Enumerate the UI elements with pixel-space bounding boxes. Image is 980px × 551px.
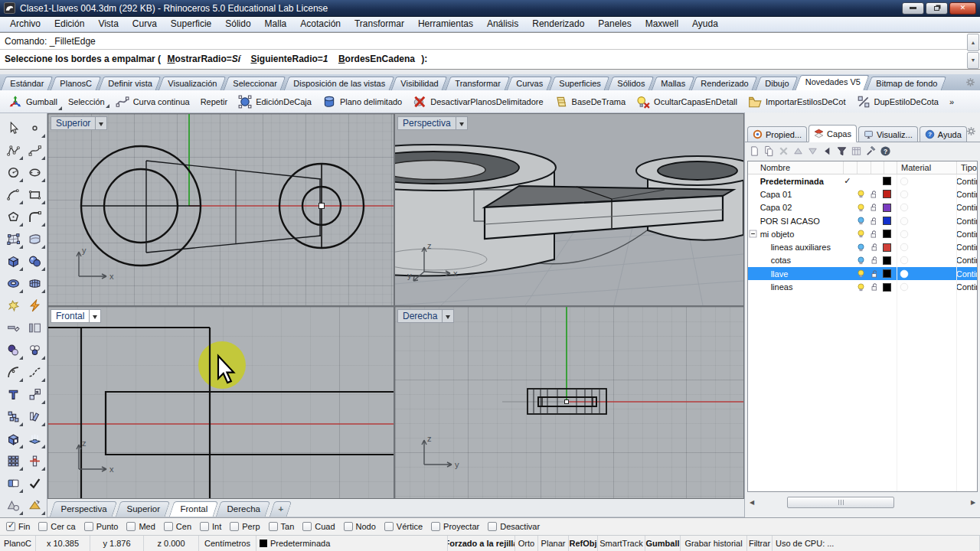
- layer-linetype[interactable]: Continua: [952, 203, 977, 212]
- checkbox-punto[interactable]: [84, 522, 93, 531]
- lock-open-icon[interactable]: [867, 256, 880, 265]
- viewport-perspectiva[interactable]: z x y Perspectiva: [395, 114, 743, 305]
- column-header-nombre[interactable]: Nombre: [760, 163, 790, 172]
- checkbox-nodo[interactable]: [344, 522, 353, 531]
- menu-item-paneles[interactable]: Paneles: [591, 17, 638, 31]
- layer-material[interactable]: [893, 176, 951, 187]
- toolbar-tab-planosc[interactable]: PlanosC: [51, 77, 101, 90]
- filter-button[interactable]: [836, 145, 848, 157]
- status-gumball[interactable]: Gumball: [645, 536, 681, 551]
- checkbox-med[interactable]: [126, 522, 136, 531]
- explode-button[interactable]: [2, 295, 24, 316]
- blast-button[interactable]: [24, 295, 46, 316]
- repetir-button[interactable]: Repetir: [195, 95, 233, 109]
- layer-off-bulb-icon[interactable]: [854, 243, 868, 253]
- panel-horizontal-scrollbar[interactable]: ◀ ▶: [747, 496, 978, 509]
- layer-on-bulb-icon[interactable]: [854, 282, 868, 292]
- osnap-cer-ca[interactable]: Cer ca: [38, 522, 75, 531]
- toolbar-tab-visibilidad[interactable]: Visibilidad: [391, 77, 448, 90]
- scroll-left-icon[interactable]: ◀: [747, 499, 756, 506]
- curva-continua-button[interactable]: Curva continua: [110, 93, 195, 111]
- copy-array-button[interactable]: [2, 406, 24, 427]
- checkbox-vertice[interactable]: [384, 522, 394, 531]
- command-scrollbar[interactable]: ▲ ▼: [967, 34, 979, 69]
- viewport-title-derecha[interactable]: Derecha: [397, 309, 454, 323]
- layer-color-swatch[interactable]: [880, 283, 893, 292]
- freeform-curve-button[interactable]: [24, 139, 46, 161]
- menu-item-archivo[interactable]: Archivo: [3, 17, 47, 31]
- checkbox-desactivar[interactable]: [488, 522, 497, 531]
- scroll-up-icon[interactable]: ▲: [967, 34, 979, 51]
- layer-material[interactable]: [893, 216, 951, 227]
- status-centimetros[interactable]: Centímetros: [199, 536, 256, 551]
- viewport-superior[interactable]: y x Superior: [48, 114, 394, 305]
- checkbox-int[interactable]: [200, 522, 209, 531]
- toolbar-tab-superficies[interactable]: Superficies: [550, 77, 610, 90]
- restore-button[interactable]: [926, 2, 948, 15]
- menu-item-superficie[interactable]: Superficie: [164, 17, 218, 31]
- layer-linetype[interactable]: Continua: [952, 190, 977, 199]
- layer-color-swatch[interactable]: [880, 217, 893, 225]
- toolbar-tab-renderizado[interactable]: Renderizado: [691, 77, 758, 90]
- move-layer-up-button[interactable]: [792, 145, 804, 157]
- viewport-title-perspectiva[interactable]: Perspectiva: [397, 116, 468, 130]
- panel-tab-ayuda[interactable]: ?Ayuda: [920, 126, 967, 142]
- layer-on-bulb-icon[interactable]: [854, 189, 868, 199]
- checkbox-proyectar[interactable]: [431, 522, 440, 531]
- tools-button[interactable]: [865, 145, 877, 157]
- checkbox-tan[interactable]: [269, 522, 278, 531]
- layer-row-por-si-acaso[interactable]: POR SI ACASOContinua: [748, 214, 977, 227]
- join-button[interactable]: [2, 339, 24, 360]
- circle-button[interactable]: [2, 161, 24, 183]
- lock-open-icon[interactable]: [867, 243, 880, 252]
- osnap-tan[interactable]: Tan: [269, 522, 295, 531]
- viewport-title-frontal[interactable]: Frontal: [51, 309, 101, 323]
- layer-material[interactable]: [893, 229, 951, 240]
- menu-item-vista[interactable]: Vista: [91, 17, 125, 31]
- scrollbar-thumb[interactable]: [787, 497, 894, 508]
- layer-color-swatch[interactable]: [880, 269, 893, 278]
- toolbar-tab-definir-vista[interactable]: Definir vista: [98, 77, 161, 90]
- trim-button[interactable]: [2, 317, 24, 338]
- osnap-int[interactable]: Int: [200, 522, 221, 531]
- command-history-line[interactable]: Comando: _FilletEdge: [0, 33, 980, 50]
- checkbox-cen[interactable]: [164, 522, 173, 531]
- menu-item-ayuda[interactable]: Ayuda: [685, 17, 725, 31]
- gear-icon[interactable]: [966, 126, 976, 136]
- menu-item-transformar[interactable]: Transformar: [348, 17, 411, 31]
- surface-from-points-button[interactable]: [2, 228, 24, 249]
- -button[interactable]: »: [944, 95, 959, 109]
- menu-item-maxwell[interactable]: Maxwell: [639, 17, 685, 31]
- viewport-menu-dropdown-icon[interactable]: [95, 117, 106, 129]
- ocultarcapasendetall-button[interactable]: OcultarCapasEnDetall: [631, 93, 743, 111]
- table-button[interactable]: [851, 145, 862, 157]
- layer-linetype[interactable]: Continua: [952, 256, 977, 265]
- status-planar[interactable]: Planar: [538, 536, 569, 551]
- layer-linetype[interactable]: Continua: [952, 230, 977, 239]
- layer-material[interactable]: [893, 189, 951, 200]
- viewport-derecha[interactable]: z y Derecha: [395, 307, 743, 498]
- layer-linetype[interactable]: Continua: [952, 217, 977, 226]
- panel-tab-capas[interactable]: Capas: [808, 125, 857, 142]
- layer-color-swatch[interactable]: [880, 243, 893, 252]
- layer-linetype[interactable]: Continua: [952, 269, 977, 279]
- surface-button[interactable]: [24, 228, 46, 249]
- toolbar-tab-transformar[interactable]: Transformar: [445, 77, 509, 90]
- status-filtrar[interactable]: Filtrar: [747, 536, 773, 551]
- gumball-button[interactable]: Gumball: [3, 93, 63, 111]
- gear-icon[interactable]: [965, 77, 975, 87]
- status-z-0-000[interactable]: z 0.000: [144, 536, 199, 551]
- osnap-cen[interactable]: Cen: [164, 522, 191, 531]
- scroll-down-icon[interactable]: ▼: [967, 52, 979, 70]
- basedetrama-button[interactable]: BaseDeTrama: [549, 93, 632, 111]
- osnap-perp[interactable]: Perp: [230, 522, 260, 531]
- box-button[interactable]: [2, 250, 24, 272]
- status-forzado-a-la-rejilla[interactable]: Forzado a la rejilla: [448, 536, 515, 551]
- torus-button[interactable]: [2, 272, 24, 294]
- checkbox-fin[interactable]: [6, 522, 15, 531]
- mesh-surface-button[interactable]: [24, 272, 46, 294]
- collapse-all-button[interactable]: [822, 145, 833, 157]
- group-button[interactable]: [24, 339, 46, 360]
- fillet-corner-button[interactable]: [24, 206, 46, 227]
- layer-row-lineas[interactable]: lineasContinua: [748, 280, 977, 293]
